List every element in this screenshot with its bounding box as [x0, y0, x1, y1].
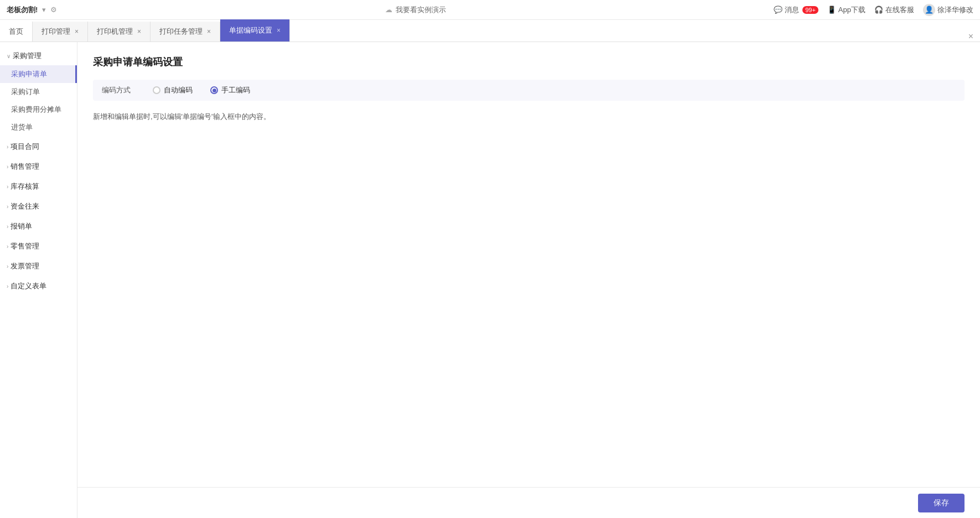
sidebar-group-label-sales: 销售管理 — [11, 162, 39, 172]
sidebar-group-title-invoice[interactable]: › 发票管理 — [0, 257, 77, 276]
info-text: 新增和编辑单据时,可以编辑'单据编号'输入框中的内容。 — [93, 112, 965, 122]
sidebar-item-purchase-expense[interactable]: 采购费用分摊单 — [0, 101, 77, 118]
auto-code-label: 自动编码 — [164, 85, 193, 95]
top-bar: 老板勿割! ▾ ⚙ ☁ 我要看实例演示 💬 消息 99+ 📱 App下载 🎧 在… — [0, 0, 980, 20]
message-icon: 💬 — [774, 6, 782, 14]
top-bar-left: 老板勿割! ▾ ⚙ — [7, 5, 57, 15]
message-item[interactable]: 💬 消息 99+ — [774, 5, 818, 15]
chevron-sales-icon: › — [7, 164, 8, 170]
main-content: 采购申请单编码设置 编码方式 自动编码 手工编码 新增和编辑单据时,可以编辑'单… — [77, 42, 980, 487]
tab-print-mgmt-close[interactable]: × — [75, 28, 79, 35]
tab-print-task-label: 打印任务管理 — [159, 27, 203, 37]
sidebar-group-label-capital: 资金往来 — [11, 201, 39, 211]
user-item[interactable]: 👤 徐泽华修改 — [923, 4, 973, 16]
sidebar-group-label-project: 项目合同 — [11, 142, 39, 152]
tab-home-label: 首页 — [9, 27, 23, 37]
tab-single-code-label: 单据编码设置 — [229, 25, 272, 35]
sidebar-group-label-purchase: 采购管理 — [13, 51, 42, 61]
sidebar-item-label-purchase-expense: 采购费用分摊单 — [11, 105, 61, 113]
tab-print-task[interactable]: 打印任务管理 × — [151, 22, 220, 42]
chevron-invoice-icon: › — [7, 263, 8, 270]
chevron-returns-icon: › — [7, 224, 8, 230]
main-area: 采购申请单编码设置 编码方式 自动编码 手工编码 新增和编辑单据时,可以编辑'单… — [77, 42, 980, 518]
sidebar-group-title-sales[interactable]: › 销售管理 — [0, 157, 77, 176]
logo: 老板勿割! — [7, 5, 38, 15]
encoding-label: 编码方式 — [102, 85, 135, 95]
dropdown-icon[interactable]: ▾ — [42, 6, 46, 14]
main-layout: ∨ 采购管理 采购申请单 采购订单 采购费用分摊单 进货单 › 项目合同 — [0, 42, 980, 518]
sidebar-group-title-inventory[interactable]: › 库存核算 — [0, 177, 77, 196]
sidebar-group-label-invoice: 发票管理 — [11, 261, 39, 271]
tab-home[interactable]: 首页 — [0, 22, 33, 42]
manual-code-option[interactable]: 手工编码 — [210, 85, 250, 95]
sidebar-group-project: › 项目合同 — [0, 137, 77, 156]
sidebar-group-capital: › 资金往来 — [0, 197, 77, 216]
chevron-inventory-icon: › — [7, 184, 8, 190]
sidebar-item-purchase-order[interactable]: 采购订单 — [0, 83, 77, 101]
app-icon: 📱 — [827, 6, 836, 14]
tab-print-mgmt-label: 打印管理 — [42, 27, 70, 37]
sidebar-group-custom-form: › 自定义表单 — [0, 277, 77, 296]
tab-print-task-close[interactable]: × — [207, 28, 211, 35]
chevron-project-icon: › — [7, 144, 8, 150]
sidebar-group-title-returns[interactable]: › 报销单 — [0, 217, 77, 236]
sidebar-item-label-purchase-order: 采购订单 — [11, 87, 40, 96]
sidebar-group-title-project[interactable]: › 项目合同 — [0, 137, 77, 156]
manual-code-radio[interactable] — [210, 86, 218, 94]
top-bar-right: 💬 消息 99+ 📱 App下载 🎧 在线客服 👤 徐泽华修改 — [774, 4, 973, 16]
sidebar-item-purchase-request[interactable]: 采购申请单 — [0, 65, 77, 83]
sidebar-group-label-returns: 报销单 — [11, 221, 32, 231]
manual-code-label: 手工编码 — [221, 85, 250, 95]
sidebar-group-invoice: › 发票管理 — [0, 257, 77, 276]
sidebar-group-retail: › 零售管理 — [0, 237, 77, 256]
sidebar-group-label-retail: 零售管理 — [11, 241, 39, 251]
save-button[interactable]: 保存 — [918, 494, 965, 512]
sidebar-group-title-custom-form[interactable]: › 自定义表单 — [0, 277, 77, 296]
encoding-row: 编码方式 自动编码 手工编码 — [93, 80, 965, 101]
auto-code-option[interactable]: 自动编码 — [153, 85, 193, 95]
sidebar-group-title-purchase[interactable]: ∨ 采购管理 — [0, 46, 77, 65]
chevron-purchase-icon: ∨ — [7, 53, 11, 59]
tab-single-code-close[interactable]: × — [277, 27, 281, 34]
user-name: 徐泽华修改 — [937, 5, 973, 15]
demo-text: 我要看实例演示 — [396, 5, 446, 15]
app-download-label: App下载 — [838, 5, 865, 15]
demo-link[interactable]: ☁ 我要看实例演示 — [385, 5, 446, 15]
settings-icon[interactable]: ⚙ — [50, 6, 57, 14]
tab-printer-mgmt-close[interactable]: × — [137, 28, 141, 35]
tab-single-code[interactable]: 单据编码设置 × — [220, 19, 290, 42]
sidebar-group-title-retail[interactable]: › 零售管理 — [0, 237, 77, 256]
message-label: 消息 — [785, 5, 799, 15]
user-icon: 👤 — [923, 4, 935, 16]
sidebar-group-sales: › 销售管理 — [0, 157, 77, 176]
sidebar-item-label-stock-in: 进货单 — [11, 123, 33, 131]
sidebar-group-purchase: ∨ 采购管理 采购申请单 采购订单 采购费用分摊单 进货单 — [0, 46, 77, 136]
message-badge: 99+ — [802, 6, 818, 14]
sidebar-group-label-custom-form: 自定义表单 — [11, 281, 46, 291]
tab-print-mgmt[interactable]: 打印管理 × — [33, 22, 88, 42]
online-service-item[interactable]: 🎧 在线客服 — [874, 5, 914, 15]
bottom-bar: 保存 — [77, 487, 980, 518]
tab-printer-mgmt[interactable]: 打印机管理 × — [88, 22, 151, 42]
sidebar-item-label-purchase-request: 采购申请单 — [11, 70, 47, 78]
sidebar-group-label-inventory: 库存核算 — [11, 182, 39, 191]
app-download-item[interactable]: 📱 App下载 — [827, 5, 865, 15]
tab-bar: 首页 打印管理 × 打印机管理 × 打印任务管理 × 单据编码设置 × × — [0, 20, 980, 42]
sidebar-group-inventory: › 库存核算 — [0, 177, 77, 196]
page-title: 采购申请单编码设置 — [93, 55, 965, 69]
online-service-label: 在线客服 — [885, 5, 914, 15]
chevron-capital-icon: › — [7, 204, 8, 210]
tab-printer-mgmt-label: 打印机管理 — [97, 27, 133, 37]
chevron-custom-form-icon: › — [7, 283, 8, 289]
sidebar: ∨ 采购管理 采购申请单 采购订单 采购费用分摊单 进货单 › 项目合同 — [0, 42, 77, 518]
tab-bar-close-icon[interactable]: × — [968, 32, 973, 42]
chevron-retail-icon: › — [7, 244, 8, 250]
sidebar-group-returns: › 报销单 — [0, 217, 77, 236]
cloud-icon: ☁ — [385, 6, 392, 14]
sidebar-group-title-capital[interactable]: › 资金往来 — [0, 197, 77, 216]
auto-code-radio[interactable] — [153, 86, 160, 94]
service-icon: 🎧 — [874, 6, 883, 14]
sidebar-item-stock-in[interactable]: 进货单 — [0, 118, 77, 136]
